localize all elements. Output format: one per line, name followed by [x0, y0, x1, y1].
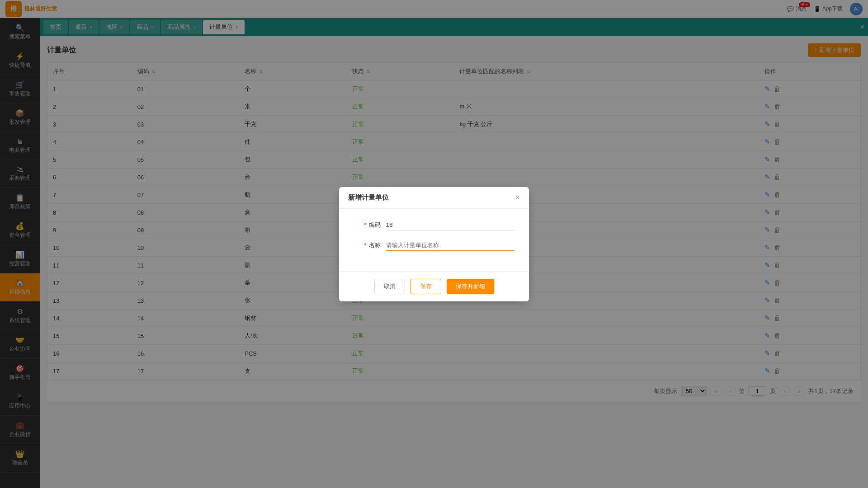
modal-close-button[interactable]: ×	[515, 193, 520, 202]
cancel-button[interactable]: 取消	[374, 279, 405, 294]
modal-body: * 编码 * 名称	[339, 209, 529, 271]
code-label: * 编码	[354, 221, 381, 229]
modal-footer: 取消 保存 保存并新增	[339, 271, 529, 301]
add-unit-modal: 新增计量单位 × * 编码 * 名称	[339, 187, 529, 301]
form-row-name: * 名称	[354, 240, 514, 251]
modal-title: 新增计量单位	[348, 193, 389, 202]
modal-overlay: 新增计量单位 × * 编码 * 名称	[0, 0, 868, 488]
save-button[interactable]: 保存	[410, 279, 441, 294]
required-star-name: *	[364, 242, 366, 249]
name-input[interactable]	[386, 240, 514, 251]
code-input[interactable]	[386, 220, 514, 231]
form-row-code: * 编码	[354, 220, 514, 231]
save-and-new-button[interactable]: 保存并新增	[447, 279, 494, 294]
required-star-code: *	[364, 221, 366, 228]
modal-header: 新增计量单位 ×	[339, 187, 529, 209]
name-label: * 名称	[354, 241, 381, 249]
